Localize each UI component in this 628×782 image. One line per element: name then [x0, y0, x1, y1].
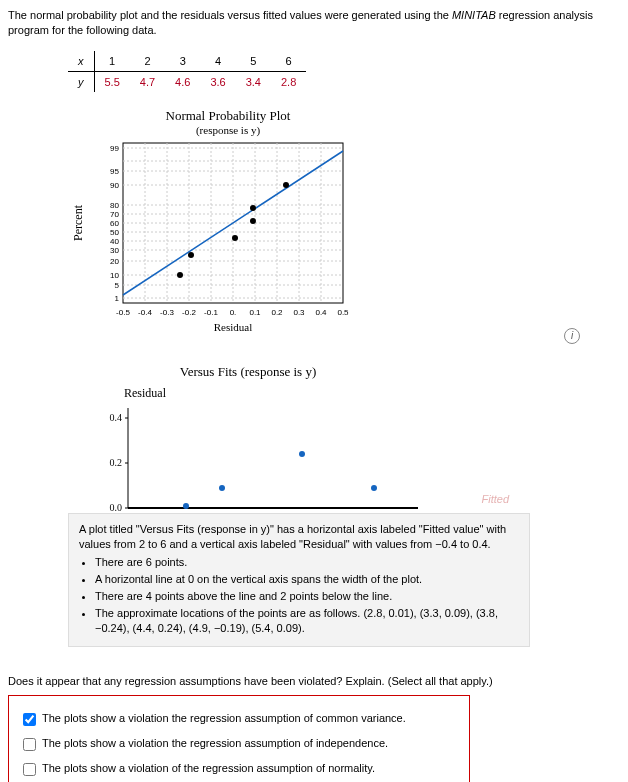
x-header: x: [68, 51, 94, 72]
desc-bullet: There are 6 points.: [95, 555, 519, 570]
svg-point-26: [232, 235, 238, 241]
svg-text:95: 95: [110, 167, 119, 176]
option-label: The plots show a violation of the regres…: [42, 762, 375, 774]
svg-text:40: 40: [110, 237, 119, 246]
svg-text:0.1: 0.1: [249, 308, 261, 317]
svg-text:10: 10: [110, 271, 119, 280]
svg-text:-0.2: -0.2: [182, 308, 196, 317]
xv: 4: [200, 51, 235, 72]
svg-point-27: [250, 218, 256, 224]
svg-text:0.5: 0.5: [337, 308, 349, 317]
y-header: y: [68, 71, 94, 92]
svg-text:60: 60: [110, 219, 119, 228]
option-label: The plots show a violation the regressio…: [42, 737, 388, 749]
yv: 5.5: [94, 71, 130, 92]
svg-text:0.: 0.: [230, 308, 237, 317]
svg-point-29: [283, 182, 289, 188]
yv: 2.8: [271, 71, 306, 92]
npp-xlabel: Residual: [214, 321, 253, 333]
normal-probability-plot: Normal Probability Plot (response is y) …: [68, 108, 620, 344]
svg-text:50: 50: [110, 228, 119, 237]
svg-text:80: 80: [110, 201, 119, 210]
answers-box: The plots show a violation the regressio…: [8, 695, 470, 782]
npp-subtitle: (response is y): [196, 124, 260, 137]
svg-text:-0.1: -0.1: [204, 308, 218, 317]
svg-text:-0.4: -0.4: [138, 308, 152, 317]
info-icon[interactable]: i: [564, 328, 580, 344]
vf-title: Versus Fits (response is y): [98, 364, 398, 380]
yv: 3.4: [236, 71, 271, 92]
svg-point-24: [177, 272, 183, 278]
svg-text:99: 99: [110, 144, 119, 153]
svg-point-65: [371, 485, 377, 491]
yv: 3.6: [200, 71, 235, 92]
desc-bullet: There are 4 points above the line and 2 …: [95, 589, 519, 604]
xv: 5: [236, 51, 271, 72]
fitted-ghost-label: Fitted: [481, 492, 509, 507]
data-table: x 1 2 3 4 5 6 y 5.5 4.7 4.6 3.6 3.4 2.8: [68, 51, 306, 92]
checkbox-1[interactable]: [23, 738, 36, 751]
svg-text:0.3: 0.3: [293, 308, 305, 317]
svg-point-25: [188, 252, 194, 258]
svg-text:30: 30: [110, 246, 119, 255]
option-1[interactable]: The plots show a violation the regressio…: [19, 735, 459, 754]
yv: 4.6: [165, 71, 200, 92]
svg-point-63: [219, 485, 225, 491]
svg-point-64: [299, 451, 305, 457]
plot-description-box: Fitted A plot titled "Versus Fits (respo…: [68, 513, 530, 647]
yv: 4.7: [130, 71, 165, 92]
svg-text:20: 20: [110, 257, 119, 266]
svg-text:70: 70: [110, 210, 119, 219]
xv: 6: [271, 51, 306, 72]
svg-text:0.2: 0.2: [110, 457, 123, 468]
svg-point-28: [250, 205, 256, 211]
vf-ylabel: Residual: [124, 386, 620, 401]
npp-title: Normal Probability Plot: [166, 108, 291, 123]
checkbox-2[interactable]: [23, 763, 36, 776]
npp-ylabel: Percent: [71, 204, 85, 241]
desc-bullet: A horizontal line at 0 on the vertical a…: [95, 572, 519, 587]
svg-text:0.4: 0.4: [315, 308, 327, 317]
versus-fits-plot: Versus Fits (response is y) Residual 0.0…: [68, 364, 620, 513]
desc-intro: A plot titled "Versus Fits (response in …: [79, 522, 519, 552]
xv: 1: [94, 51, 130, 72]
svg-text:0.4: 0.4: [110, 412, 123, 423]
intro-text: The normal probability plot and the resi…: [8, 8, 620, 39]
desc-bullet: The approximate locations of the points …: [95, 606, 519, 636]
option-0[interactable]: The plots show a violation the regressio…: [19, 710, 459, 729]
svg-text:0.2: 0.2: [271, 308, 283, 317]
xv: 3: [165, 51, 200, 72]
svg-text:5: 5: [115, 281, 120, 290]
checkbox-0[interactable]: [23, 713, 36, 726]
svg-text:90: 90: [110, 181, 119, 190]
xv: 2: [130, 51, 165, 72]
svg-text:-0.3: -0.3: [160, 308, 174, 317]
option-label: The plots show a violation the regressio…: [42, 712, 406, 724]
question-text: Does it appear that any regression assum…: [8, 675, 620, 687]
svg-text:-0.5: -0.5: [116, 308, 130, 317]
option-2[interactable]: The plots show a violation of the regres…: [19, 760, 459, 779]
svg-text:1: 1: [115, 294, 120, 303]
svg-point-62: [183, 503, 189, 509]
svg-text:0.0: 0.0: [110, 502, 123, 513]
